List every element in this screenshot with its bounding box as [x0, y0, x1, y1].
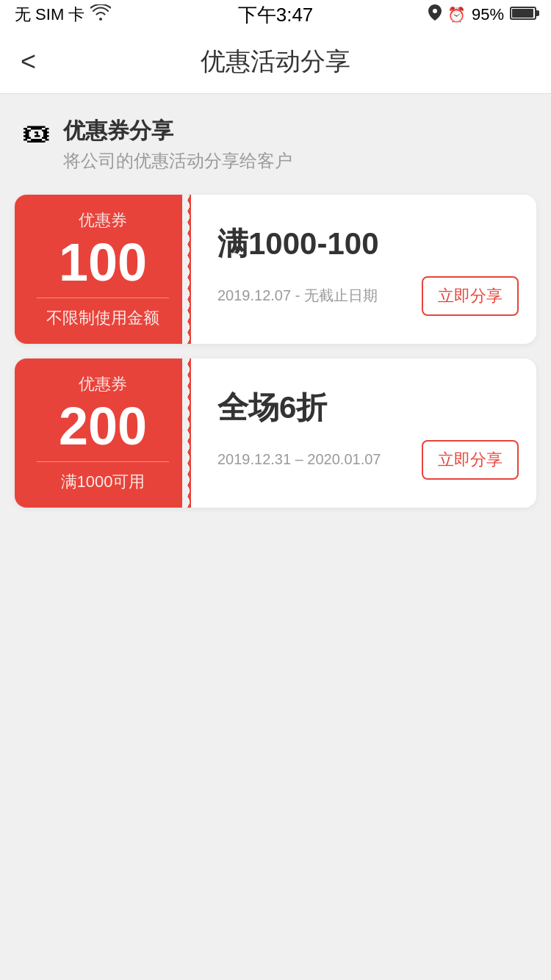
coupon-meta-2: 2019.12.31 – 2020.01.07 立即分享	[217, 440, 519, 480]
coupon-list: 优惠券 100 不限制使用金额 满1000-100 2019.12.07 - 无…	[0, 187, 551, 530]
coupon-divider-2	[37, 461, 169, 462]
coupon-condition-2: 满1000可用	[61, 471, 145, 493]
share-button-2[interactable]: 立即分享	[422, 440, 519, 480]
carrier-label: 无 SIM 卡	[15, 4, 84, 26]
status-left: 无 SIM 卡	[15, 4, 111, 26]
coupon-amount-2: 200	[59, 400, 147, 453]
section-text: 优惠券分享 将公司的优惠活动分享给客户	[63, 116, 292, 173]
coupon-label-1: 优惠券	[79, 209, 127, 231]
coupon-date-1: 2019.12.07 - 无截止日期	[217, 286, 378, 306]
battery-icon	[510, 5, 536, 24]
coupon-left-1: 优惠券 100 不限制使用金额	[15, 195, 191, 344]
coupon-date-2: 2019.12.31 – 2020.01.07	[217, 451, 381, 468]
main-background	[0, 530, 551, 970]
coupon-card-1: 优惠券 100 不限制使用金额 满1000-100 2019.12.07 - 无…	[15, 195, 536, 344]
coupon-amount-1: 100	[59, 236, 147, 289]
section-icon: 🎟	[22, 118, 51, 147]
status-bar: 无 SIM 卡 下午3:47 ⏰ 95%	[0, 0, 551, 29]
coupon-name-1: 满1000-100	[217, 223, 519, 264]
section-header: 🎟 优惠券分享 将公司的优惠活动分享给客户	[0, 94, 551, 187]
coupon-name-2: 全场6折	[217, 387, 519, 428]
status-time: 下午3:47	[238, 2, 314, 28]
coupon-condition-1: 不限制使用金额	[46, 307, 159, 329]
coupon-right-2: 全场6折 2019.12.31 – 2020.01.07 立即分享	[191, 359, 536, 508]
back-button[interactable]: <	[21, 46, 36, 77]
page-title: 优惠活动分享	[201, 45, 350, 79]
battery-percent: 95%	[472, 5, 504, 24]
alarm-icon: ⏰	[447, 6, 466, 24]
coupon-divider-1	[37, 298, 169, 298]
section-title: 优惠券分享	[63, 116, 292, 146]
nav-bar: < 优惠活动分享	[0, 29, 551, 94]
coupon-left-2: 优惠券 200 满1000可用	[15, 359, 191, 508]
status-right: ⏰ 95%	[428, 4, 536, 25]
wifi-icon	[90, 4, 111, 25]
share-button-1[interactable]: 立即分享	[422, 276, 519, 316]
coupon-meta-1: 2019.12.07 - 无截止日期 立即分享	[217, 276, 519, 316]
coupon-right-1: 满1000-100 2019.12.07 - 无截止日期 立即分享	[191, 195, 536, 344]
location-icon	[428, 4, 442, 25]
coupon-label-2: 优惠券	[79, 373, 127, 395]
coupon-card-2: 优惠券 200 满1000可用 全场6折 2019.12.31 – 2020.0…	[15, 359, 536, 508]
section-subtitle: 将公司的优惠活动分享给客户	[63, 149, 292, 173]
